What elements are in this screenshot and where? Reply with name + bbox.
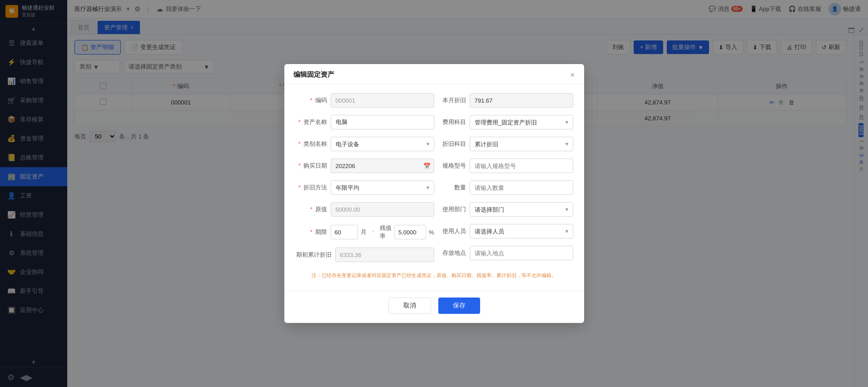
form-row-dep-account: 折旧科目 累计折旧 ▼ xyxy=(434,137,573,151)
original-value-label: * 原值 xyxy=(295,205,327,213)
period-input[interactable] xyxy=(331,225,358,239)
save-button[interactable]: 保存 xyxy=(438,298,480,314)
expense-account-wrap: 管理费用_固定资产折旧 ▼ xyxy=(470,115,573,129)
form-left: * 编码 * 资产名称 xyxy=(295,93,434,269)
original-value-input[interactable] xyxy=(331,202,434,217)
form-row-opening-dep: 期初累计折旧 xyxy=(295,248,434,262)
residual-rate-input[interactable] xyxy=(394,225,426,239)
modal-title: 编辑固定资产 xyxy=(293,70,334,79)
quantity-input[interactable] xyxy=(470,180,573,195)
expense-account-label: 费用科目 xyxy=(434,118,466,126)
dep-method-select-wrap: 年限平均 ▼ xyxy=(331,180,434,195)
code-label: * 编码 xyxy=(295,96,327,104)
user-label: 使用人员 xyxy=(434,227,466,235)
form-row-spec: 规格型号 xyxy=(434,159,573,173)
expense-account-select[interactable]: 管理费用_固定资产折旧 xyxy=(470,115,573,129)
spec-label: 规格型号 xyxy=(434,162,466,170)
form-note: 注：已经存在变更记录或者对应固定资产已经生成凭证，原值、购买日期、残值率、累计折… xyxy=(295,269,573,282)
name-input[interactable] xyxy=(331,115,434,129)
dep-method-label: * 折旧方法 xyxy=(295,184,327,192)
form-right: 本月折旧 费用科目 管理费用_固定资产折旧 ▼ xyxy=(434,93,573,269)
name-label: * 资产名称 xyxy=(295,118,327,126)
purchase-date-label: * 购买日期 xyxy=(295,162,327,170)
modal-header: 编辑固定资产 × xyxy=(284,64,584,84)
category-select-wrap: 电子设备 ▼ xyxy=(331,137,434,151)
location-label: 存放地点 xyxy=(434,249,466,257)
form-row-dep-method: * 折旧方法 年限平均 ▼ xyxy=(295,180,434,195)
code-input[interactable] xyxy=(331,93,434,108)
category-select[interactable]: 电子设备 xyxy=(331,137,434,151)
monthly-dep-input xyxy=(470,93,573,108)
user-select[interactable]: 请选择人员 xyxy=(470,224,573,238)
form-row-quantity: 数量 xyxy=(434,180,573,195)
purchase-date-input[interactable] xyxy=(331,159,434,173)
residual-rate-unit: % xyxy=(429,229,434,236)
form-row-location: 存放地点 xyxy=(434,246,573,260)
form-row-period: * 期限 月 * 残值率 % xyxy=(295,224,434,240)
category-form-label: * 类别名称 xyxy=(295,140,327,148)
dep-account-select[interactable]: 累计折旧 xyxy=(470,137,573,151)
residual-rate-label: 残值率 xyxy=(380,224,392,240)
modal-close-btn[interactable]: × xyxy=(570,71,575,79)
edit-asset-modal: 编辑固定资产 × * 编码 xyxy=(284,64,584,323)
monthly-dep-label: 本月折旧 xyxy=(434,96,466,104)
user-select-wrap: 请选择人员 ▼ xyxy=(470,224,573,238)
modal-footer: 取消 保存 xyxy=(284,291,584,323)
opening-dep-input[interactable] xyxy=(335,248,434,262)
dep-account-label: 折旧科目 xyxy=(434,140,466,148)
dep-method-select[interactable]: 年限平均 xyxy=(331,180,434,195)
form-row-code: * 编码 xyxy=(295,93,434,108)
period-wrap: 月 * 残值率 % xyxy=(331,224,434,240)
location-input[interactable] xyxy=(470,246,573,260)
dept-select[interactable]: 请选择部门 xyxy=(470,202,573,217)
form-row-dept: 使用部门 请选择部门 ▼ xyxy=(434,202,573,217)
dept-select-wrap: 请选择部门 ▼ xyxy=(470,202,573,217)
period-unit: 月 xyxy=(361,228,367,236)
dept-label: 使用部门 xyxy=(434,205,466,213)
form-row-monthly-dep: 本月折旧 xyxy=(434,93,573,108)
form-row-expense-account: 费用科目 管理费用_固定资产折旧 ▼ xyxy=(434,115,573,129)
purchase-date-wrap: 📅 xyxy=(331,159,434,173)
dep-account-wrap: 累计折旧 ▼ xyxy=(470,137,573,151)
quantity-label: 数量 xyxy=(434,184,466,192)
modal-overlay: 编辑固定资产 × * 编码 xyxy=(0,0,868,387)
form-row-name: * 资产名称 xyxy=(295,115,434,129)
cancel-button[interactable]: 取消 xyxy=(388,298,431,314)
calendar-icon[interactable]: 📅 xyxy=(423,163,431,169)
spec-input[interactable] xyxy=(470,159,573,173)
period-label: * 期限 xyxy=(295,228,327,236)
modal-body: * 编码 * 资产名称 xyxy=(284,84,584,291)
form-row-original-value: * 原值 xyxy=(295,202,434,217)
form-row-purchase-date: * 购买日期 📅 xyxy=(295,159,434,173)
form-row-category: * 类别名称 电子设备 ▼ xyxy=(295,137,434,151)
form-row-user: 使用人员 请选择人员 ▼ xyxy=(434,224,573,238)
form-grid: * 编码 * 资产名称 xyxy=(295,93,573,269)
opening-dep-label: 期初累计折旧 xyxy=(295,251,332,259)
